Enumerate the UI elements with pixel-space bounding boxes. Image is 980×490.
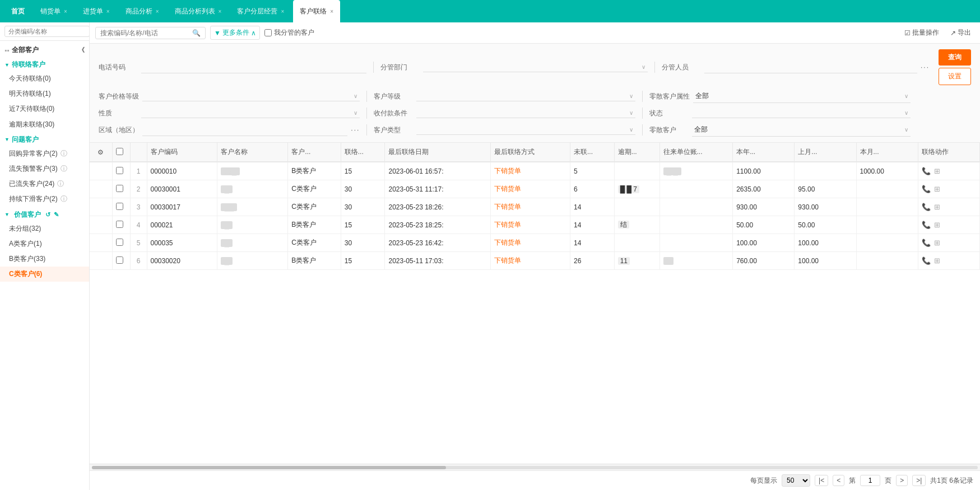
last-way-link[interactable]: 下销货单 xyxy=(494,256,521,264)
col-last-way[interactable]: 最后联络方式 xyxy=(491,143,570,162)
nav-tab-analysis[interactable]: 商品分析 × xyxy=(119,0,166,22)
sidebar-item-class-a[interactable]: A类客户(1) xyxy=(0,236,89,251)
sidebar-item-7days[interactable]: 近7天待联络(0) xyxy=(0,101,89,116)
grid-icon[interactable]: ⊞ xyxy=(934,256,940,265)
col-last-date[interactable]: 最后联络日期 xyxy=(385,143,491,162)
edit-icon[interactable]: ✎ xyxy=(54,211,59,218)
last-way-link[interactable]: 下销货单 xyxy=(494,221,521,228)
grid-icon[interactable]: ⊞ xyxy=(934,185,940,193)
col-type[interactable]: 客户... xyxy=(288,143,341,162)
horizontal-scrollbar[interactable] xyxy=(90,464,980,470)
row-checkbox[interactable] xyxy=(116,221,123,228)
sidebar-item-churn-warning[interactable]: 流失预警客户(3) ⓘ xyxy=(0,161,89,176)
query-button[interactable]: 查询 xyxy=(939,49,971,66)
col-name[interactable]: 客户名称 xyxy=(217,143,288,162)
row-checkbox[interactable] xyxy=(116,185,123,192)
sidebar-section-value[interactable]: 价值客户 ↺ ✎ xyxy=(0,207,89,221)
close-icon[interactable]: × xyxy=(281,8,284,15)
phone-icon[interactable]: 📞 xyxy=(922,221,931,229)
last-page-button[interactable]: >| xyxy=(912,475,926,486)
phone-icon[interactable]: 📞 xyxy=(922,239,931,247)
grid-icon[interactable]: ⊞ xyxy=(934,167,940,175)
nav-tab-customer-contact[interactable]: 客户联络 × xyxy=(293,0,340,22)
nav-tab-purchase[interactable]: 进货单 × xyxy=(76,0,117,22)
col-overdue[interactable]: 逾期... xyxy=(614,143,659,162)
col-this-year[interactable]: 本年... xyxy=(733,143,795,162)
last-way-link[interactable]: 下销货单 xyxy=(494,167,521,175)
sidebar-item-abnormal[interactable]: 回购异常客户(2) ⓘ xyxy=(0,146,89,161)
sidebar-item-tomorrow[interactable]: 明天待联络(1) xyxy=(0,86,89,101)
filter-price-select[interactable]: ∨ xyxy=(142,91,360,101)
more-filters-button[interactable]: ▼ 更多条件 ∧ xyxy=(210,26,260,40)
sidebar-item-class-c[interactable]: C类客户(6) xyxy=(0,267,89,282)
filter-dept-select[interactable]: ∨ xyxy=(423,62,648,72)
close-icon[interactable]: × xyxy=(156,8,159,15)
first-page-button[interactable]: |< xyxy=(815,475,828,486)
collapse-icon[interactable]: 《 xyxy=(78,46,85,54)
filter-level-select[interactable]: ∨ xyxy=(416,91,635,101)
filter-scattered-select[interactable]: 全部 ∨ xyxy=(693,90,911,103)
export-button[interactable]: ↗ 导出 xyxy=(947,26,974,39)
sidebar-search-input[interactable] xyxy=(4,26,90,37)
phone-icon[interactable]: 📞 xyxy=(922,167,931,175)
filter-nature-select[interactable]: ∨ xyxy=(141,108,360,118)
refresh-icon[interactable]: ↺ xyxy=(45,211,50,218)
grid-icon[interactable]: ⊞ xyxy=(934,239,940,247)
row-checkbox[interactable] xyxy=(116,203,123,210)
col-this-month[interactable]: 本月... xyxy=(856,143,918,162)
row-checkbox[interactable] xyxy=(116,167,123,174)
batch-op-button[interactable]: ☑ 批量操作 xyxy=(901,26,942,39)
sidebar-section-problem[interactable]: 问题客户 xyxy=(0,132,89,146)
col-no-contact[interactable]: 未联... xyxy=(570,143,615,162)
current-page-input[interactable] xyxy=(860,475,880,486)
filter-payment-select[interactable]: ∨ xyxy=(416,108,635,118)
close-icon[interactable]: × xyxy=(219,8,222,15)
select-all-checkbox[interactable] xyxy=(116,148,123,155)
nav-tab-home[interactable]: 首页 xyxy=(4,0,31,22)
row-checkbox[interactable] xyxy=(116,256,123,264)
sidebar-item-unclassified[interactable]: 未分组(32) xyxy=(0,221,89,236)
sidebar-item-class-b[interactable]: B类客户(33) xyxy=(0,251,89,267)
phone-icon[interactable]: 📞 xyxy=(922,203,931,211)
sidebar-item-overdue[interactable]: 逾期未联络(30) xyxy=(0,117,89,132)
grid-icon[interactable]: ⊞ xyxy=(934,221,940,229)
col-contact[interactable]: 联络... xyxy=(341,143,385,162)
sidebar-section-pending[interactable]: 待联络客户 xyxy=(0,57,89,71)
filter-status-select[interactable]: ∨ xyxy=(692,108,911,118)
col-last-month[interactable]: 上月... xyxy=(795,143,856,162)
my-customers-checkbox[interactable] xyxy=(264,29,272,36)
more-icon[interactable]: ··· xyxy=(351,126,360,134)
search-input[interactable] xyxy=(100,29,190,37)
filter-person-input[interactable] xyxy=(704,62,917,73)
page-size-select[interactable]: 50 100 200 xyxy=(782,474,810,487)
col-check[interactable] xyxy=(112,143,130,162)
grid-icon[interactable]: ⊞ xyxy=(934,203,940,211)
sidebar-item-today[interactable]: 今天待联络(0) xyxy=(0,71,89,86)
sidebar-all-customers[interactable]: ▪▪ 全部客户 《 xyxy=(0,41,89,57)
row-checkbox[interactable] xyxy=(116,239,123,246)
filter-phone-input[interactable] xyxy=(141,62,366,73)
set-button[interactable]: 设置 xyxy=(939,68,971,85)
last-way-link[interactable]: 下销货单 xyxy=(494,203,521,211)
col-code[interactable]: 客户编码 xyxy=(147,143,217,162)
phone-icon[interactable]: 📞 xyxy=(922,185,931,193)
phone-icon[interactable]: 📞 xyxy=(922,256,931,265)
filter-region-input[interactable] xyxy=(142,124,347,136)
last-way-link[interactable]: 下销货单 xyxy=(494,239,521,246)
filter-type-select[interactable]: ∨ xyxy=(416,125,635,135)
nav-tab-sales[interactable]: 销货单 × xyxy=(34,0,74,22)
nav-tab-analysis-list[interactable]: 商品分析列表 × xyxy=(168,0,229,22)
search-icon[interactable]: 🔍 xyxy=(192,29,201,37)
close-icon[interactable]: × xyxy=(330,8,333,15)
prev-page-button[interactable]: < xyxy=(833,475,844,486)
last-way-link[interactable]: 下销货单 xyxy=(494,185,521,193)
col-unit-balance[interactable]: 往来单位账... xyxy=(659,143,733,162)
sidebar-item-churned[interactable]: 已流失客户(24) ⓘ xyxy=(0,176,89,192)
close-icon[interactable]: × xyxy=(106,8,110,15)
nav-tab-customer-layer[interactable]: 客户分层经营 × xyxy=(230,0,291,22)
next-page-button[interactable]: > xyxy=(896,475,908,486)
sidebar-item-declining[interactable]: 持续下滑客户(2) ⓘ xyxy=(0,192,89,207)
close-icon[interactable]: × xyxy=(64,8,67,15)
filter-scattered2-select[interactable]: 全部 ∨ xyxy=(692,123,911,137)
col-gear[interactable]: ⚙ xyxy=(90,143,112,162)
